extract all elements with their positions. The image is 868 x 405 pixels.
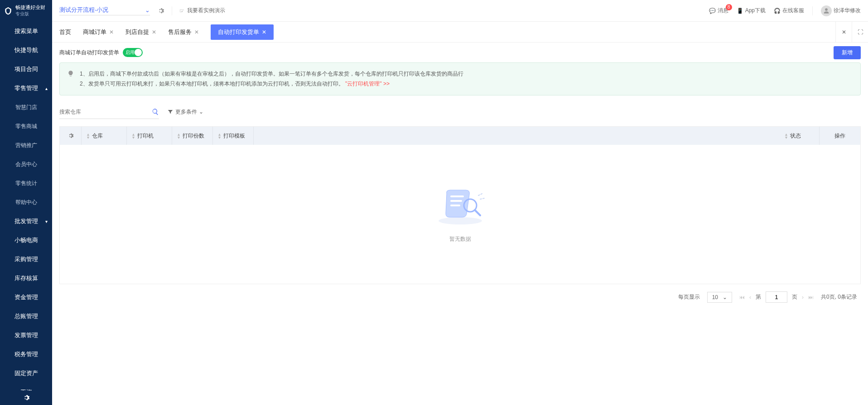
brand-edition: 专业版 (15, 11, 45, 17)
nav-fixedassets[interactable]: 固定资产 (0, 364, 52, 383)
headset-icon: 🎧 (774, 8, 781, 14)
chevron-down-icon: ⌄ (723, 294, 727, 300)
close-icon[interactable]: ✕ (194, 29, 199, 35)
search-icon[interactable] (152, 108, 159, 115)
brand-name: 畅捷通好业财 (15, 5, 45, 10)
nav-wholesale[interactable]: 批发管理▾ (0, 212, 52, 231)
chat-icon: 💬 (709, 8, 716, 14)
info-box: 1、启用后，商城下单付款成功后（如果有审核是在审核之后），自动打印发货单。如果一… (59, 62, 861, 95)
gear-icon (23, 394, 30, 401)
th-warehouse[interactable]: ▴▾仓库 (82, 127, 127, 145)
support-button[interactable]: 🎧 在线客服 (774, 7, 804, 14)
page-summary: 共0页, 0条记录 (821, 293, 857, 301)
gear-icon (68, 133, 74, 139)
chevron-down-icon: ⌄ (145, 7, 150, 14)
nav-tax[interactable]: 税务管理 (0, 345, 52, 364)
org-settings-button[interactable] (157, 7, 164, 14)
filter-icon (167, 109, 174, 115)
svg-rect-2 (450, 200, 462, 202)
nav-salary[interactable]: 工资 (0, 383, 52, 391)
nav-project[interactable]: 项目合同 (0, 60, 52, 79)
th-printer[interactable]: ▴▾打印机 (127, 127, 172, 145)
empty-state: 暂无数据 (60, 145, 860, 284)
more-filters-button[interactable]: 更多条件 ⌄ (167, 108, 203, 116)
app-download-button[interactable]: 📱 App下载 (737, 7, 766, 14)
svg-rect-3 (450, 205, 460, 206)
search-input[interactable] (59, 109, 152, 115)
column-settings-button[interactable] (60, 127, 82, 145)
sort-icon: ▴▾ (132, 133, 135, 139)
sort-icon: ▴▾ (178, 133, 180, 139)
toggle-knob (135, 49, 142, 56)
nav-inventory[interactable]: 库存核算 (0, 269, 52, 288)
hand-icon: ☞ (179, 8, 184, 14)
nav-retailstats[interactable]: 零售统计 (0, 174, 52, 193)
org-name: 测试分开流程-小况 (59, 6, 108, 14)
nav-marketing[interactable]: 营销推广 (0, 136, 52, 155)
brand-icon (4, 6, 13, 15)
nav-ledger[interactable]: 总账管理 (0, 307, 52, 326)
per-page-select[interactable]: 10 ⌄ (707, 292, 732, 303)
chevron-down-icon: ⌄ (199, 109, 203, 115)
nav-list: 搜索菜单 快捷导航 项目合同 零售管理▴ 智慧门店 零售商城 营销推广 会员中心… (0, 22, 52, 391)
enable-toggle[interactable]: 启用 (123, 48, 143, 57)
lightbulb-icon (67, 70, 74, 89)
nav-help[interactable]: 帮助中心 (0, 193, 52, 212)
avatar-icon (821, 5, 832, 16)
nav-purchase[interactable]: 采购管理 (0, 250, 52, 269)
close-icon[interactable]: ✕ (262, 29, 266, 35)
toolbar-title: 商城订单自动打印发货单 (59, 49, 119, 57)
prev-page-button[interactable]: ‹ (749, 294, 751, 300)
sort-icon: ▴▾ (785, 133, 787, 139)
tab-pickup[interactable]: 到店自提✕ (125, 22, 156, 42)
nav-invoice[interactable]: 发票管理 (0, 326, 52, 345)
svg-rect-1 (450, 195, 464, 197)
gear-icon (157, 7, 164, 14)
cloud-printer-link[interactable]: "云打印机管理" >> (345, 81, 390, 87)
nav-funds[interactable]: 资金管理 (0, 288, 52, 307)
sort-icon: ▴▾ (218, 133, 221, 139)
divider (812, 6, 813, 15)
sidebar-settings[interactable] (0, 391, 52, 405)
new-button[interactable]: 新增 (834, 46, 861, 59)
last-page-button[interactable]: ⏭ (808, 294, 814, 300)
data-table: ▴▾仓库 ▴▾打印机 ▴▾打印份数 ▴▾打印模板 ▴▾状态 操作 (59, 126, 861, 284)
svg-point-0 (439, 217, 482, 224)
nav-quicknav[interactable]: 快捷导航 (0, 41, 52, 60)
nav-member[interactable]: 会员中心 (0, 155, 52, 174)
main-area: 测试分开流程-小况 ⌄ ☞ 我要看实例演示 💬 消息 8 📱 App下载 (52, 0, 868, 405)
nav-retailmall[interactable]: 零售商城 (0, 117, 52, 136)
close-icon[interactable]: ✕ (109, 29, 114, 35)
th-action: 操作 (820, 127, 860, 145)
th-template[interactable]: ▴▾打印模板 (213, 127, 254, 145)
fullscreen-button[interactable]: ⛶ (852, 22, 868, 43)
tabs-row: 首页 商城订单✕ 到店自提✕ 售后服务✕ 自动打印发货单✕ ✕ ⛶ (52, 22, 868, 43)
nav-retail[interactable]: 零售管理▴ (0, 79, 52, 98)
per-page-label: 每页显示 (678, 293, 700, 301)
tab-aftersales[interactable]: 售后服务✕ (168, 22, 199, 42)
msg-badge: 8 (726, 4, 732, 10)
messages-button[interactable]: 💬 消息 8 (709, 7, 728, 14)
demo-link[interactable]: ☞ 我要看实例演示 (179, 7, 225, 14)
nav-ecommerce[interactable]: 小畅电商 (0, 231, 52, 250)
tab-mall-orders[interactable]: 商城订单✕ (83, 22, 114, 42)
close-all-tabs-button[interactable]: ✕ (835, 22, 852, 43)
th-status[interactable]: ▴▾状态 (254, 127, 820, 145)
tab-home[interactable]: 首页 (59, 22, 71, 42)
topbar: 测试分开流程-小况 ⌄ ☞ 我要看实例演示 💬 消息 8 📱 App下载 (52, 0, 868, 22)
divider (172, 6, 172, 15)
th-copies[interactable]: ▴▾打印份数 (172, 127, 213, 145)
info-line2: 2、发货单只可用云打印机来打，如果只有本地打印机，须将本地打印机添加为云打印机，… (80, 79, 463, 89)
content: 1、启用后，商城下单付款成功后（如果有审核是在审核之后），自动打印发货单。如果一… (52, 62, 868, 405)
org-selector[interactable]: 测试分开流程-小况 ⌄ (59, 6, 150, 15)
close-icon[interactable]: ✕ (152, 29, 156, 35)
nav-smartstore[interactable]: 智慧门店 (0, 98, 52, 117)
next-page-button[interactable]: › (802, 294, 804, 300)
nav-search[interactable]: 搜索菜单 (0, 22, 52, 41)
tab-autoprint[interactable]: 自动打印发货单✕ (211, 24, 274, 40)
first-page-button[interactable]: ⏮ (739, 294, 745, 300)
phone-icon: 📱 (737, 8, 743, 14)
page-input[interactable] (766, 291, 787, 303)
chevron-up-icon: ▴ (45, 86, 48, 91)
user-menu[interactable]: 徐泽华修改 (821, 5, 861, 16)
